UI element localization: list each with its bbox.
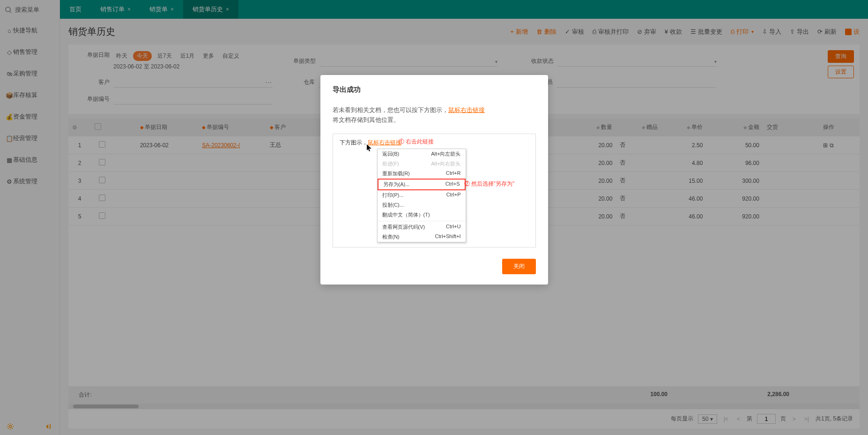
- modal-title: 导出成功: [333, 85, 536, 94]
- annotation-1: ① 右击此链接: [399, 138, 434, 146]
- modal-overlay: 导出成功 若未看到相关文档，您也可以按下方图示，鼠标右击链接 将文档存储到其他位…: [0, 0, 868, 435]
- right-click-link[interactable]: 鼠标右击链接: [448, 106, 485, 113]
- ctx-item: 另存为(A)...Ctrl+S: [378, 179, 466, 190]
- ctx-item: 检查(N)Ctrl+Shift+I: [378, 232, 466, 242]
- ctx-item: 查看网页源代码(V)Ctrl+U: [378, 222, 466, 232]
- cursor-icon: [367, 144, 372, 152]
- annotation-2: ② 然后选择"另存为": [464, 180, 515, 188]
- close-button[interactable]: 关闭: [502, 259, 536, 274]
- instruction-image: ① 右击此链接 ② 然后选择"另存为" 下方图示，鼠标右击链接 返回(B)Alt…: [333, 134, 536, 248]
- ctx-item: 打印(P)...Ctrl+P: [378, 190, 466, 200]
- ctx-item: 翻成中文（简体）(T): [378, 210, 466, 220]
- ctx-item: 投射(C)...: [378, 200, 466, 210]
- ctx-item: 返回(B)Alt+向左箭头: [378, 149, 466, 159]
- export-success-modal: 导出成功 若未看到相关文档，您也可以按下方图示，鼠标右击链接 将文档存储到其他位…: [320, 75, 548, 285]
- context-menu: 返回(B)Alt+向左箭头前进(F)Alt+向右箭头重新加载(R)Ctrl+R另…: [377, 149, 466, 242]
- modal-text: 若未看到相关文档，您也可以按下方图示，鼠标右击链接 将文档存储到其他位置。: [333, 105, 536, 125]
- demo-link: 鼠标右击链接: [368, 139, 401, 146]
- ctx-item: 重新加载(R)Ctrl+R: [378, 169, 466, 179]
- ctx-item: 前进(F)Alt+向右箭头: [378, 159, 466, 169]
